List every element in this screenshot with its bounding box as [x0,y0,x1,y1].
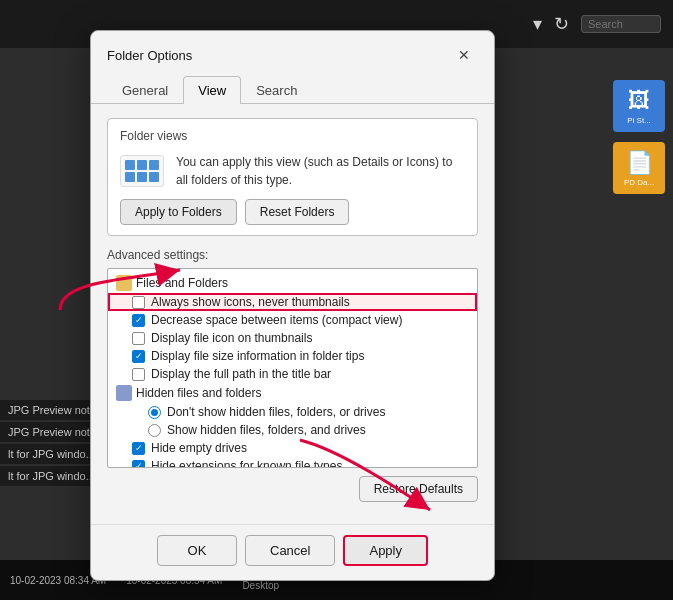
restore-defaults-row: Restore Defaults [107,476,478,502]
desktop-icon-2[interactable]: 📄 PD Da... [613,142,665,194]
advanced-settings-label: Advanced settings: [107,248,478,262]
desktop-icon-1[interactable]: 🖼 Pi St... [613,80,665,132]
dialog-title: Folder Options [107,48,192,63]
reset-folders-button[interactable]: Reset Folders [245,199,350,225]
checkbox-decrease-space[interactable] [132,314,145,327]
chevron-down-icon[interactable]: ▾ [533,13,542,35]
settings-list[interactable]: Files and Folders Always show icons, nev… [108,269,477,467]
checkbox-hide-extensions[interactable] [132,460,145,468]
dialog-titlebar: Folder Options ✕ [91,31,494,69]
checkbox-hide-empty-drives[interactable] [132,442,145,455]
folder-views-buttons: Apply to Folders Reset Folders [120,199,465,225]
refresh-icon[interactable]: ↻ [554,13,569,35]
folder-icon-display [120,155,164,187]
setting-hide-extensions[interactable]: Hide extensions for known file types [108,457,477,467]
folder-options-dialog: Folder Options ✕ General View Search Fol… [90,30,495,581]
checkbox-display-file-icon[interactable] [132,332,145,345]
ok-button[interactable]: OK [157,535,237,566]
setting-display-file-icon[interactable]: Display file icon on thumbnails [108,329,477,347]
radio-show-hidden[interactable] [148,424,161,437]
apply-to-folders-button[interactable]: Apply to Folders [120,199,237,225]
cancel-button[interactable]: Cancel [245,535,335,566]
checkbox-always-show-icons[interactable] [132,296,145,309]
setting-always-show-icons[interactable]: Always show icons, never thumbnails [108,293,477,311]
folder-views-section: Folder views You can apply this view (su… [107,118,478,236]
settings-list-container: Files and Folders Always show icons, nev… [107,268,478,468]
checkbox-display-file-size[interactable] [132,350,145,363]
folder-views-description: You can apply this view (such as Details… [176,153,465,189]
close-button[interactable]: ✕ [450,41,478,69]
folder-views-inner: You can apply this view (such as Details… [120,153,465,189]
dialog-content: Folder views You can apply this view (su… [91,104,494,524]
setting-show-hidden[interactable]: Show hidden files, folders, and drives [108,421,477,439]
apply-button[interactable]: Apply [343,535,428,566]
setting-hide-empty-drives[interactable]: Hide empty drives [108,439,477,457]
checkbox-display-full-path[interactable] [132,368,145,381]
setting-decrease-space[interactable]: Decrease space between items (compact vi… [108,311,477,329]
hidden-folder-icon [116,385,132,401]
setting-dont-show-hidden[interactable]: Don't show hidden files, folders, or dri… [108,403,477,421]
folder-views-label: Folder views [120,129,465,143]
category-files-folders: Files and Folders [108,273,477,293]
dialog-bottom-buttons: OK Cancel Apply [91,524,494,580]
search-input[interactable] [581,15,661,33]
tab-search[interactable]: Search [241,76,312,104]
desktop-icons: 🖼 Pi St... 📄 PD Da... [613,80,665,194]
tab-general[interactable]: General [107,76,183,104]
tab-view[interactable]: View [183,76,241,104]
setting-display-file-size[interactable]: Display file size information in folder … [108,347,477,365]
folder-icon [116,275,132,291]
restore-defaults-button[interactable]: Restore Defaults [359,476,478,502]
setting-display-full-path[interactable]: Display the full path in the title bar [108,365,477,383]
dialog-tabs: General View Search [91,69,494,104]
radio-dont-show-hidden[interactable] [148,406,161,419]
category-hidden-files: Hidden files and folders [108,383,477,403]
